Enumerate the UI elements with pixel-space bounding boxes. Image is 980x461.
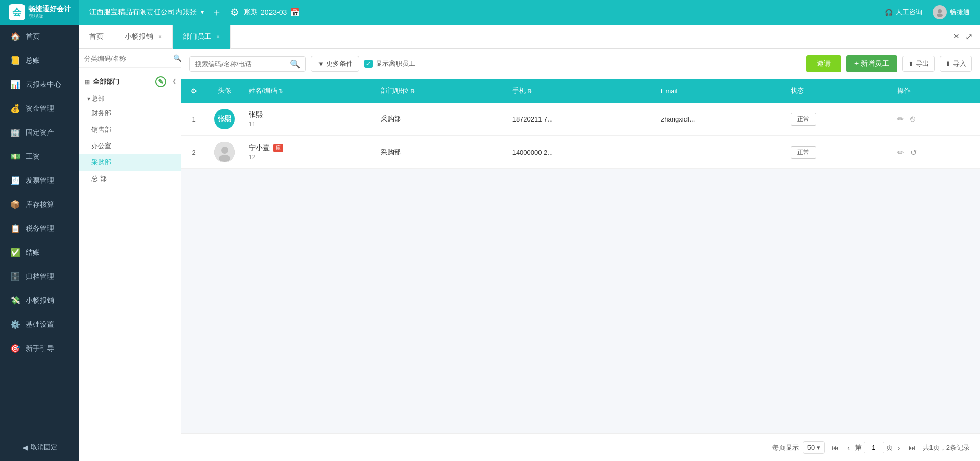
avatar-img xyxy=(214,142,235,162)
edit-icon[interactable]: ✏ xyxy=(897,114,904,124)
calendar-icon[interactable]: 📅 xyxy=(290,8,300,17)
first-page-button[interactable]: ⏮ xyxy=(829,443,842,453)
sidebar-item-settings[interactable]: ⚙️ 基础设置 xyxy=(0,312,79,336)
sidebar-item-invoice[interactable]: 🧾 发票管理 xyxy=(0,168,79,192)
tab-home[interactable]: 首页 xyxy=(79,25,114,49)
payroll-icon: 💵 xyxy=(10,152,20,161)
dept-node-office[interactable]: 办公室 xyxy=(79,138,181,154)
export-button[interactable]: ⬆ 导出 xyxy=(902,56,935,72)
maximize-button[interactable]: ⤢ xyxy=(963,29,975,44)
search-input[interactable] xyxy=(195,60,287,68)
edit-icon[interactable]: ✏ xyxy=(897,148,904,157)
sidebar-item-capital[interactable]: 💰 资金管理 xyxy=(0,96,79,120)
status-badge: 正常 xyxy=(791,146,816,159)
sidebar-item-tax[interactable]: 📋 税务管理 xyxy=(0,216,79,240)
dept-node-purchase[interactable]: 采购部 xyxy=(79,154,181,171)
settings-button[interactable]: ⚙ xyxy=(230,6,239,18)
filter-icon: ▼ xyxy=(317,60,324,68)
close-expense-tab-icon[interactable]: × xyxy=(158,33,162,40)
page-input[interactable] xyxy=(864,442,884,453)
tab-department[interactable]: 部门员工 × xyxy=(173,25,231,49)
sidebar-item-expense[interactable]: 💸 小畅报销 xyxy=(0,288,79,312)
table-row: 1 张熙 张熙 11 采购部 xyxy=(181,103,980,136)
tab-bar: 首页 小畅报销 × 部门员工 × × ⤢ xyxy=(79,25,980,49)
tab-expense-label: 小畅报销 xyxy=(125,32,153,41)
tab-right-controls: × ⤢ xyxy=(951,29,980,44)
sidebar-label: 固定资产 xyxy=(26,128,54,137)
filter-button[interactable]: ▼ 更多条件 xyxy=(311,56,359,72)
search-icon[interactable]: 🔍 xyxy=(290,59,300,69)
dept-node-sales[interactable]: 销售部 xyxy=(79,122,181,138)
status-badge-red: 应 xyxy=(273,144,283,152)
ledger-icon: 📒 xyxy=(10,56,20,65)
page-body: 🔍 ⊞ 全部部门 ✎ 《 xyxy=(79,49,980,461)
toolbar: 🔍 ▼ 更多条件 ✓ 显示离职员工 邀请 + 新增员工 ⬆ xyxy=(181,49,980,79)
support-button[interactable]: 🎧 人工咨询 xyxy=(885,8,922,17)
tab-department-label: 部门员工 xyxy=(183,32,211,41)
guide-icon: 🎯 xyxy=(10,344,20,353)
import-button[interactable]: ⬇ 导入 xyxy=(940,56,972,72)
close-tab-button[interactable]: × xyxy=(951,29,961,44)
col-name[interactable]: 姓名/编码 xyxy=(242,79,375,103)
sidebar-item-ledger[interactable]: 📒 总账 xyxy=(0,48,79,72)
next-page-button[interactable]: › xyxy=(895,443,903,453)
row-name-cell: 宁小壹 应 12 xyxy=(242,136,375,169)
pagination: 每页显示 50 ▾ ⏮ ‹ 第 页 › ⏭ 共1页，2条记录 xyxy=(181,433,980,461)
sidebar-item-inventory[interactable]: 📦 库存核算 xyxy=(0,192,79,216)
sidebar-item-closing[interactable]: ✅ 结账 xyxy=(0,240,79,264)
prev-page-button[interactable]: ‹ xyxy=(844,443,853,453)
sidebar-item-payroll[interactable]: 💵 工资 xyxy=(0,144,79,168)
sidebar-bottom: ◀ 取消固定 xyxy=(0,433,79,461)
reports-icon: 📊 xyxy=(10,80,20,89)
add-button[interactable]: ＋ xyxy=(212,6,222,19)
sidebar-item-reports[interactable]: 📊 云报表中心 xyxy=(0,72,79,96)
resigned-checkbox[interactable]: ✓ xyxy=(364,60,373,68)
show-resigned-toggle[interactable]: ✓ 显示离职员工 xyxy=(364,59,415,68)
user-area[interactable]: 畅捷通 xyxy=(933,5,970,19)
dept-group-label: ▾ 总部 xyxy=(79,91,181,105)
sidebar-item-archive[interactable]: 🗄️ 归档管理 xyxy=(0,264,79,288)
unpin-button[interactable]: ◀ 取消固定 xyxy=(0,439,79,456)
row-avatar-cell: 张熙 xyxy=(207,103,242,136)
sidebar-label: 发票管理 xyxy=(26,176,54,185)
last-page-button[interactable]: ⏭ xyxy=(905,443,919,453)
dept-edit-button[interactable]: ✎ xyxy=(155,76,166,87)
sidebar-label: 小畅报销 xyxy=(26,296,54,305)
dept-header-left: ⊞ 全部部门 xyxy=(84,77,119,86)
dept-search-icon[interactable]: 🔍 xyxy=(173,54,181,62)
row-email-cell: zhangxidf... xyxy=(655,103,785,136)
closing-icon: ✅ xyxy=(10,248,20,257)
sidebar-item-guide[interactable]: 🎯 新手引导 xyxy=(0,336,79,360)
add-employee-button[interactable]: + 新增员工 xyxy=(846,55,897,72)
export-label: 导出 xyxy=(916,59,929,68)
page-size-select[interactable]: 50 ▾ xyxy=(803,441,825,454)
dept-search-input[interactable] xyxy=(84,55,170,62)
svg-point-0 xyxy=(938,9,942,13)
row-dept-cell: 采购部 xyxy=(375,103,506,136)
sidebar-label: 税务管理 xyxy=(26,224,54,233)
company-name: 江西服宝精品有限责任公司内账张 xyxy=(89,8,197,17)
sidebar-label: 基础设置 xyxy=(26,320,54,329)
sidebar-item-home[interactable]: 🏠 首页 xyxy=(0,25,79,48)
delete-icon[interactable]: ↺ xyxy=(910,148,917,157)
col-avatar: 头像 xyxy=(207,79,242,103)
svg-point-3 xyxy=(221,147,228,154)
tab-expense[interactable]: 小畅报销 × xyxy=(114,25,173,49)
expand-icon[interactable]: ▾ xyxy=(87,95,90,102)
col-phone[interactable]: 手机 xyxy=(506,79,655,103)
sidebar-item-assets[interactable]: 🏢 固定资产 xyxy=(0,120,79,144)
dept-collapse-icon[interactable]: 《 xyxy=(169,78,176,86)
invite-button[interactable]: 邀请 xyxy=(806,55,841,72)
col-settings[interactable]: ⚙ xyxy=(181,79,207,103)
dept-all-header[interactable]: ⊞ 全部部门 ✎ 《 xyxy=(79,72,181,91)
close-dept-tab-icon[interactable]: × xyxy=(216,33,220,40)
col-dept[interactable]: 部门/职位 xyxy=(375,79,506,103)
employee-name: 张熙 xyxy=(249,110,369,119)
employee-code: 12 xyxy=(249,154,369,161)
support-label: 人工咨询 xyxy=(896,8,922,17)
dept-node-hq[interactable]: 总 部 xyxy=(79,171,181,187)
all-dept-label: 全部部门 xyxy=(93,77,119,86)
dept-node-finance[interactable]: 财务部 xyxy=(79,105,181,122)
per-page-dropdown-icon[interactable]: ▾ xyxy=(817,444,820,451)
logout-icon[interactable]: ⎋ xyxy=(910,114,915,124)
